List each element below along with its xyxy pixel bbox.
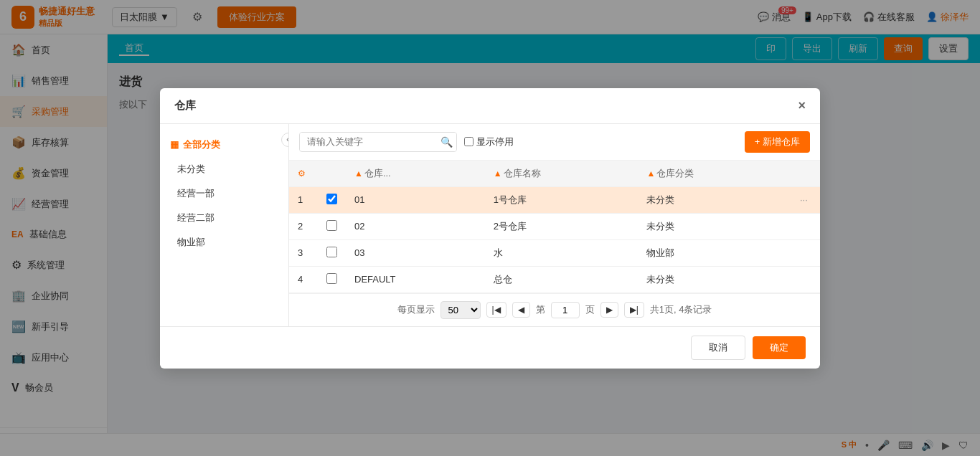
- cancel-button[interactable]: 取消: [691, 336, 745, 360]
- row-checkbox-cell[interactable]: [318, 186, 346, 213]
- row-name: 总仓: [485, 266, 639, 293]
- warehouse-table-wrap: ⚙ ▲仓库... ▲仓库名称 ▲仓库分类 1 01 1号仓库 未分: [289, 161, 820, 293]
- table-row[interactable]: 2 02 2号仓库 未分类: [289, 213, 820, 239]
- row-code: 01: [346, 186, 485, 213]
- first-page-btn[interactable]: |◀: [486, 302, 507, 318]
- row-category: 未分类: [638, 213, 791, 239]
- row-checkbox-cell[interactable]: [318, 266, 346, 293]
- warehouse-table-body: 1 01 1号仓库 未分类 ··· 2 02 2号仓库 未分类 3 03 水 物…: [289, 186, 820, 293]
- row-more[interactable]: [791, 266, 820, 293]
- show-disabled-label[interactable]: 显示停用: [464, 136, 514, 148]
- modal-footer: 取消 确定: [160, 326, 820, 369]
- th-settings[interactable]: ⚙: [289, 161, 318, 187]
- warehouse-table: ⚙ ▲仓库... ▲仓库名称 ▲仓库分类 1 01 1号仓库 未分: [289, 161, 820, 293]
- search-input[interactable]: [300, 133, 435, 151]
- row-name: 2号仓库: [485, 213, 639, 239]
- table-row[interactable]: 3 03 水 物业部: [289, 239, 820, 266]
- category-item-unclassified[interactable]: 未分类: [160, 157, 288, 181]
- table-header: ⚙ ▲仓库... ▲仓库名称 ▲仓库分类: [289, 161, 820, 187]
- modal-body: ▦ 全部分类 « 未分类 经营一部 经营二部 物业部 🔍: [160, 124, 820, 326]
- category-item-property[interactable]: 物业部: [160, 230, 288, 255]
- row-category: 未分类: [638, 186, 791, 213]
- modal-right-panel: 🔍 显示停用 + 新增仓库 ⚙: [289, 124, 820, 326]
- add-warehouse-button[interactable]: + 新增仓库: [745, 131, 810, 153]
- row-more[interactable]: [791, 213, 820, 239]
- prev-page-btn[interactable]: ◀: [512, 302, 530, 318]
- modal-pagination: 每页显示 50 10 20 100 |◀ ◀ 第 页 ▶ ▶| 共1页, 4条记…: [289, 293, 820, 326]
- modal-close-button[interactable]: ×: [798, 98, 806, 113]
- modal-title: 仓库: [174, 99, 196, 113]
- grid-icon: ▦: [170, 139, 179, 150]
- confirm-button[interactable]: 确定: [753, 336, 806, 359]
- row-name: 水: [485, 239, 639, 266]
- search-button[interactable]: 🔍: [435, 133, 457, 151]
- row-checkbox[interactable]: [326, 220, 337, 231]
- row-category: 未分类: [638, 266, 791, 293]
- row-checkbox-cell[interactable]: [318, 239, 346, 266]
- category-header[interactable]: ▦ 全部分类: [160, 133, 288, 157]
- row-code: 02: [346, 213, 485, 239]
- row-code: DEFAULT: [346, 266, 485, 293]
- row-index: 3: [289, 239, 318, 266]
- collapse-button[interactable]: «: [281, 133, 289, 147]
- total-info: 共1页, 4条记录: [650, 303, 712, 316]
- table-row[interactable]: 4 DEFAULT 总仓 未分类: [289, 266, 820, 293]
- th-checkbox: [318, 161, 346, 187]
- row-more[interactable]: ···: [791, 186, 820, 213]
- category-item-ops2[interactable]: 经营二部: [160, 206, 288, 230]
- row-checkbox[interactable]: [326, 194, 337, 204]
- show-disabled-checkbox[interactable]: [464, 137, 473, 146]
- per-page-select[interactable]: 50 10 20 100: [440, 301, 481, 319]
- row-category: 物业部: [638, 239, 791, 266]
- search-box: 🔍: [299, 132, 457, 152]
- modal-toolbar: 🔍 显示停用 + 新增仓库: [289, 124, 820, 161]
- warehouse-modal: 仓库 × ▦ 全部分类 « 未分类 经营一部 经营二部 物业部: [160, 88, 820, 369]
- row-checkbox[interactable]: [326, 273, 337, 284]
- row-name: 1号仓库: [485, 186, 639, 213]
- row-checkbox[interactable]: [326, 247, 337, 257]
- page-input[interactable]: [551, 302, 580, 318]
- last-page-btn[interactable]: ▶|: [624, 302, 644, 318]
- modal-overlay: 仓库 × ▦ 全部分类 « 未分类 经营一部 经营二部 物业部: [0, 0, 980, 456]
- next-page-btn[interactable]: ▶: [600, 302, 618, 318]
- row-index: 4: [289, 266, 318, 293]
- row-code: 03: [346, 239, 485, 266]
- category-item-ops1[interactable]: 经营一部: [160, 181, 288, 206]
- th-code[interactable]: ▲仓库...: [346, 161, 485, 187]
- table-row[interactable]: 1 01 1号仓库 未分类 ···: [289, 186, 820, 213]
- modal-header: 仓库 ×: [160, 88, 820, 124]
- row-index: 2: [289, 213, 318, 239]
- row-checkbox-cell[interactable]: [318, 213, 346, 239]
- th-category[interactable]: ▲仓库分类: [638, 161, 791, 187]
- row-more[interactable]: [791, 239, 820, 266]
- modal-left-panel: ▦ 全部分类 « 未分类 经营一部 经营二部 物业部: [160, 124, 289, 326]
- th-name[interactable]: ▲仓库名称: [485, 161, 639, 187]
- th-actions: [791, 161, 820, 187]
- row-index: 1: [289, 186, 318, 213]
